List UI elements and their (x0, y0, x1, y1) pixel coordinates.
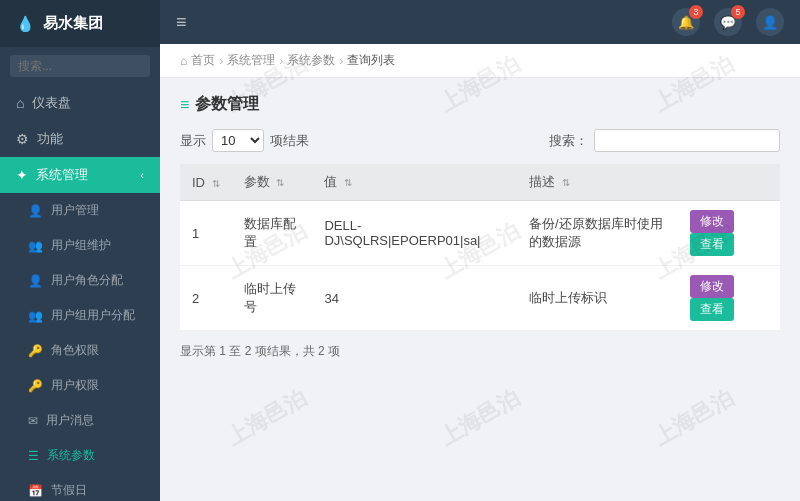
table-search-input[interactable] (594, 129, 780, 152)
sidebar-item-user-msg[interactable]: ✉ 用户消息 (0, 403, 160, 438)
data-table: ID ⇅ 参数 ⇅ 值 ⇅ 描述 ⇅ (180, 164, 780, 331)
table-toolbar: 显示 10 25 50 100 项结果 搜索： (180, 129, 780, 152)
sort-value-icon[interactable]: ⇅ (344, 177, 352, 188)
hamburger-icon[interactable]: ≡ (176, 12, 187, 33)
messages-badge: 5 (731, 5, 745, 19)
cell-param-1: 数据库配置 (232, 201, 313, 266)
breadcrumb-home-link[interactable]: 首页 (191, 52, 215, 69)
cell-id-2: 2 (180, 266, 232, 331)
system-icon: ✦ (16, 167, 28, 183)
sidebar-item-role-perm[interactable]: 🔑 角色权限 (0, 333, 160, 368)
sidebar-item-user-mgmt[interactable]: 👤 用户管理 (0, 193, 160, 228)
sort-desc-icon[interactable]: ⇅ (562, 177, 570, 188)
messages-button[interactable]: 💬 5 (714, 8, 742, 36)
logo-icon: 💧 (16, 15, 35, 33)
cell-value-2: 34 (312, 266, 517, 331)
msg-icon: ✉ (28, 414, 38, 428)
breadcrumb-sep1: › (219, 54, 223, 68)
breadcrumb: ⌂ 首页 › 系统管理 › 系统参数 › 查询列表 (160, 44, 800, 78)
chevron-left-icon: ‹ (140, 169, 144, 181)
col-param: 参数 ⇅ (232, 164, 313, 201)
cell-desc-1: 备份/还原数据库时使用的数据源 (517, 201, 678, 266)
col-actions (678, 164, 780, 201)
notifications-button[interactable]: 🔔 3 (672, 8, 700, 36)
breadcrumb-sep2: › (279, 54, 283, 68)
user-perm-icon: 🔑 (28, 379, 43, 393)
edit-button-1[interactable]: 修改 (690, 210, 734, 233)
sidebar-menu: ⌂ 仪表盘 ⚙ 功能 ✦ 系统管理 ‹ 👤 用户管理 👥 用户组维护 👤 用户角… (0, 85, 160, 501)
functions-icon: ⚙ (16, 131, 29, 147)
toolbar-left: 显示 10 25 50 100 项结果 (180, 129, 309, 152)
topbar-right: 🔔 3 💬 5 👤 (672, 8, 784, 36)
sidebar-search-container (0, 47, 160, 85)
home-icon: ⌂ (16, 95, 24, 111)
cell-param-2: 临时上传号 (232, 266, 313, 331)
sidebar-item-holiday[interactable]: 📅 节假日 (0, 473, 160, 501)
params-icon: ☰ (28, 449, 39, 463)
title-icon: ≡ (180, 96, 189, 114)
breadcrumb-home-icon: ⌂ (180, 54, 187, 68)
group-user-icon: 👥 (28, 309, 43, 323)
table-row: 2 临时上传号 34 临时上传标识 修改 查看 (180, 266, 780, 331)
view-button-1[interactable]: 查看 (690, 233, 734, 256)
toolbar-right: 搜索： (549, 129, 780, 152)
sort-param-icon[interactable]: ⇅ (276, 177, 284, 188)
edit-button-2[interactable]: 修改 (690, 275, 734, 298)
sidebar-logo: 💧 易水集团 (0, 0, 160, 47)
content-area: ⌂ 首页 › 系统管理 › 系统参数 › 查询列表 ≡ 参数管理 显示 10 2… (160, 44, 800, 501)
cell-desc-2: 临时上传标识 (517, 266, 678, 331)
sidebar: 💧 易水集团 ⌂ 仪表盘 ⚙ 功能 ✦ 系统管理 ‹ 👤 用户管理 👥 用户组维… (0, 0, 160, 501)
pagination-info: 显示第 1 至 2 项结果，共 2 项 (180, 343, 780, 360)
sort-id-icon[interactable]: ⇅ (212, 178, 220, 189)
table-row: 1 数据库配置 DELL-DJ\SQLRS|EPOERP01|sa| 备份/还原… (180, 201, 780, 266)
sidebar-item-group-user[interactable]: 👥 用户组用户分配 (0, 298, 160, 333)
breadcrumb-system-link[interactable]: 系统管理 (227, 52, 275, 69)
sidebar-item-role-assign[interactable]: 👤 用户角色分配 (0, 263, 160, 298)
topbar-left: ≡ (176, 12, 187, 33)
holiday-icon: 📅 (28, 484, 43, 498)
role-perm-icon: 🔑 (28, 344, 43, 358)
search-label: 搜索： (549, 132, 588, 150)
user-avatar-icon: 👤 (762, 15, 778, 30)
page-body: ≡ 参数管理 显示 10 25 50 100 项结果 搜索： (160, 78, 800, 376)
main-area: ≡ 🔔 3 💬 5 👤 ⌂ 首页 › 系统管理 › 系统参数 › (160, 0, 800, 501)
cell-id-1: 1 (180, 201, 232, 266)
show-label: 显示 (180, 132, 206, 150)
col-desc: 描述 ⇅ (517, 164, 678, 201)
group-icon: 👥 (28, 239, 43, 253)
sidebar-item-system[interactable]: ✦ 系统管理 ‹ (0, 157, 160, 193)
sidebar-item-functions[interactable]: ⚙ 功能 (0, 121, 160, 157)
cell-value-1: DELL-DJ\SQLRS|EPOERP01|sa| (312, 201, 517, 266)
user-menu-button[interactable]: 👤 (756, 8, 784, 36)
notifications-badge: 3 (689, 5, 703, 19)
view-button-2[interactable]: 查看 (690, 298, 734, 321)
breadcrumb-current: 查询列表 (347, 52, 395, 69)
cell-actions-1: 修改 查看 (678, 201, 780, 266)
user-icon: 👤 (28, 204, 43, 218)
cell-actions-2: 修改 查看 (678, 266, 780, 331)
page-title: ≡ 参数管理 (180, 94, 780, 115)
col-id: ID ⇅ (180, 164, 232, 201)
role-icon: 👤 (28, 274, 43, 288)
page-size-select[interactable]: 10 25 50 100 (212, 129, 264, 152)
table-header-row: ID ⇅ 参数 ⇅ 值 ⇅ 描述 ⇅ (180, 164, 780, 201)
sidebar-item-dashboard[interactable]: ⌂ 仪表盘 (0, 85, 160, 121)
breadcrumb-sep3: › (339, 54, 343, 68)
sidebar-item-sys-params[interactable]: ☰ 系统参数 (0, 438, 160, 473)
breadcrumb-params-link[interactable]: 系统参数 (287, 52, 335, 69)
sidebar-item-user-perm[interactable]: 🔑 用户权限 (0, 368, 160, 403)
sidebar-item-group-mgmt[interactable]: 👥 用户组维护 (0, 228, 160, 263)
col-value: 值 ⇅ (312, 164, 517, 201)
topbar: ≡ 🔔 3 💬 5 👤 (160, 0, 800, 44)
sidebar-search-input[interactable] (10, 55, 150, 77)
items-label: 项结果 (270, 132, 309, 150)
